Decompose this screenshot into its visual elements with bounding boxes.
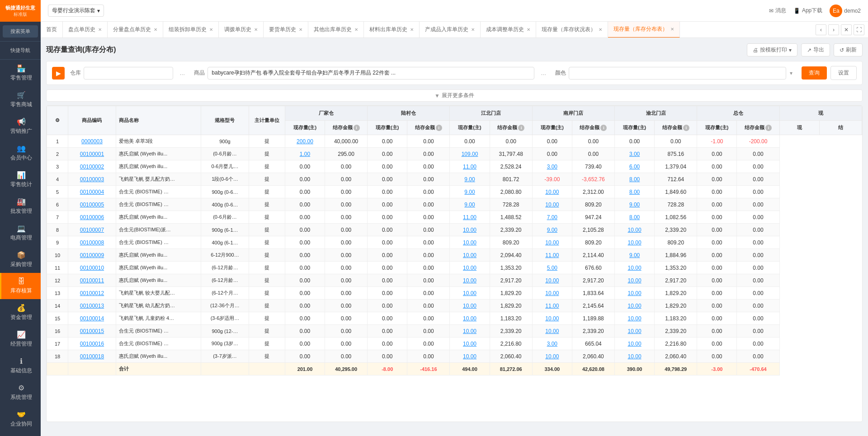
lucun-amt-info[interactable]: i [436,125,442,131]
tab-close-8[interactable]: ✕ [471,27,475,32]
sidebar-item-5[interactable]: 🏭批发管理 [0,193,41,220]
menu-label-2: 营销推广 [10,127,32,135]
nanan-amt-info[interactable]: i [600,125,607,131]
settings-button[interactable]: 设置 [830,66,857,80]
tab-label-11: 现存量（库存分布表） [613,25,668,33]
tab-2[interactable]: 分量盘点单历史✕ [108,22,163,38]
tabs-bar: 首页盘点单历史✕分量盘点单历史✕组装拆卸单历史✕调拨单历史✕要货单历史✕其他出库… [41,22,868,38]
tab-10[interactable]: 现存量（库存状况表）✕ [536,22,608,38]
menu-label-3: 会员中心 [10,154,32,162]
inventory-table: ⚙ 商品编码 商品名称 规格型号 主计量单位 厂家仓 陆村仓 江北门店 南岸门店… [47,106,862,375]
sidebar-item-2[interactable]: 📢营销推广 [0,113,41,140]
cell-val-10-3: 0.00 [407,262,450,274]
search-menu-button[interactable]: 搜索英单 [3,25,38,38]
sidebar-item-11[interactable]: ℹ基础信息 [0,352,41,379]
warehouse-header-current: 现 [779,106,862,121]
cell-name-6: 惠氏启赋 (Wyeth illu... [116,211,201,224]
cell-val-14-11: 0.00 [737,312,779,325]
app-download-button[interactable]: 📱 App下载 [793,7,822,14]
product-ellipsis[interactable]: … [537,70,550,76]
tab-close-7[interactable]: ✕ [410,27,414,32]
tab-7[interactable]: 材料出库单历史✕ [364,22,420,38]
sidebar-item-1[interactable]: 🛒零售商城 [0,86,41,113]
chevron-down-icon: ▾ [97,8,100,14]
cell-val-6-6: 7.00 [532,211,572,224]
cell-name-12: 飞鹤星飞帆 较大婴儿配… [116,287,201,300]
sidebar-item-12[interactable]: ⚙系统管理 [0,379,41,406]
tabs-fullscreen-button[interactable]: ⛶ [854,24,864,35]
cell-val-4-8: 8.00 [614,186,654,198]
tab-close-6[interactable]: ✕ [354,27,358,32]
sidebar-item-quicknav[interactable]: 快捷导航 [0,43,41,57]
cell-unit-6: 提 [249,211,285,224]
product-input[interactable] [208,67,534,80]
warehouse-ellipsis[interactable]: … [176,70,189,76]
sidebar: 畅捷通好生意 标准版 搜索英单 快捷导航 🏪零售管理🛒零售商城📢营销推广👥会员中… [0,0,41,436]
sidebar-item-3[interactable]: 👥会员中心 [0,140,41,166]
tabs-close-button[interactable]: ✕ [841,24,852,35]
tab-close-11[interactable]: ✕ [670,27,674,32]
user-profile[interactable]: Ea demo2 [830,5,861,17]
factory-amt-info[interactable]: i [354,125,360,131]
sidebar-item-13[interactable]: 🤝企业协同 [0,406,41,432]
cell-val-16-2: 0.00 [368,338,407,350]
sidebar-item-8[interactable]: 🗄库存核算 [0,273,41,299]
col-settings-header[interactable]: ⚙ [47,106,68,135]
sidebar-item-6[interactable]: 💻电商管理 [0,220,41,246]
cell-val-0-3: 0.00 [407,135,450,148]
tab-close-2[interactable]: ✕ [154,27,157,32]
tabs-next-button[interactable]: › [828,24,839,35]
refresh-button[interactable]: ↺ 刷新 [834,43,863,56]
cell-val-8-7: 809.20 [572,236,614,249]
cell-spec-7: 900g (6-1… [201,224,249,236]
export-button[interactable]: ↗ 导出 [801,43,830,56]
search-toggle-button[interactable]: ▶ [52,67,65,80]
cell-val-0-10: -1.00 [697,135,737,148]
sidebar-item-0[interactable]: 🏪零售管理 [0,60,41,86]
tab-close-4[interactable]: ✕ [254,27,258,32]
cell-val-15-7: 2,339.20 [572,325,614,338]
cell-val-13-0: 0.00 [285,300,325,312]
sidebar-item-9[interactable]: 💰资金管理 [0,299,41,326]
color-input[interactable] [569,67,786,80]
tab-close-9[interactable]: ✕ [527,27,530,32]
message-button[interactable]: ✉ 消息 [769,7,786,14]
sidebar-item-4[interactable]: 📊零售统计 [0,166,41,193]
tab-5[interactable]: 要货单历史✕ [264,22,308,38]
tabs-prev-button[interactable]: ‹ [816,24,826,35]
tab-6[interactable]: 其他出库单历史✕ [308,22,364,38]
tab-3[interactable]: 组装拆卸单历史✕ [163,22,219,38]
query-button[interactable]: 查询 [802,66,827,80]
cell-val-13-11: 0.00 [737,300,779,312]
tab-4[interactable]: 调拨单历史✕ [219,22,264,38]
expand-text[interactable]: 展开更多条件 [442,92,474,99]
cell-val-3-11: 0.00 [737,173,779,186]
tab-close-3[interactable]: ✕ [209,27,213,32]
tenant-selector[interactable]: 母婴行业演示陈套 ▾ [48,5,104,17]
tab-9[interactable]: 成本调整单历史✕ [481,22,536,38]
tab-close-1[interactable]: ✕ [98,27,102,32]
total-amt-info[interactable]: i [765,125,772,131]
tab-close-10[interactable]: ✕ [599,27,602,32]
jiangbei-amt-info[interactable]: i [518,125,524,131]
sidebar-item-14[interactable]: 🔰新手引导 [0,432,41,436]
tab-close-5[interactable]: ✕ [299,27,302,32]
warehouse-header-total: 总仓 [697,106,779,121]
table-row: 3 00100002 惠氏启赋 (Wyeth illu... 0-6月婴儿… 提… [47,160,862,173]
tab-0[interactable]: 首页 [41,22,63,38]
sidebar-item-10[interactable]: 📈经营管理 [0,326,41,352]
cell-seq-4: 5 [47,186,68,198]
cell-val-8-2: 0.00 [368,236,407,249]
sidebar-item-7[interactable]: 📦采购管理 [0,246,41,273]
cell-val-15-0: 0.00 [285,325,325,338]
tab-1[interactable]: 盘点单历史✕ [63,22,108,38]
menu-icon-1: 🛒 [17,91,26,99]
sum-label-4 [201,363,249,375]
sum-label-2 [68,363,116,375]
tab-11[interactable]: 现存量（库存分布表）✕ [608,22,680,38]
warehouse-input[interactable] [84,67,173,80]
yubei-amt-info[interactable]: i [683,125,689,131]
cell-name-13: 飞鹤星飞帆 幼儿配方奶… [116,300,201,312]
tab-8[interactable]: 产成品入库单历史✕ [420,22,481,38]
print-button[interactable]: 🖨 按模板打印 ▾ [747,43,797,56]
